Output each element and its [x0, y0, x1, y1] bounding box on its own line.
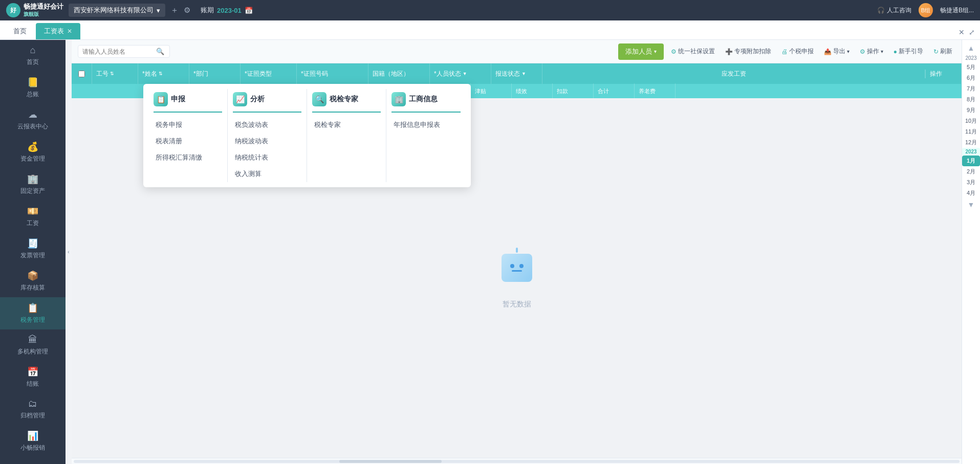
th-name: *姓名 ⇅: [138, 63, 189, 84]
th-status: *人员状态 ▼: [430, 63, 491, 84]
th-checkbox[interactable]: [72, 63, 92, 84]
th-dept: *部门: [189, 63, 241, 84]
social-settings-btn[interactable]: ⚙ 统一社保设置: [668, 45, 718, 58]
timeline-month-1[interactable]: 1月: [962, 156, 980, 166]
ledger-icon: 📒: [27, 77, 38, 88]
search-input[interactable]: [82, 48, 154, 55]
main-layout: ⌂ 首页 📒 总账 ☁ 云报表中心 💰 资金管理 🏢 固定资产 💴 工资 🧾 发…: [0, 40, 980, 464]
sidebar-item-archive[interactable]: 🗂 归档管理: [0, 393, 66, 425]
scroll-track[interactable]: [74, 460, 960, 463]
add-btn-label: 添加人员: [625, 47, 652, 56]
social-label: 统一社保设置: [678, 47, 715, 56]
headset-icon: 🎧: [877, 7, 885, 14]
th-allowance: 津贴: [471, 83, 512, 99]
filter-status-icon[interactable]: ▼: [463, 71, 467, 76]
special-icon: ➕: [725, 48, 733, 55]
operate-btn[interactable]: ⚙ 操作 ▾: [857, 45, 886, 58]
special-deduct-btn[interactable]: ➕ 专项附加扣除: [722, 45, 774, 58]
tab-home[interactable]: 首页: [5, 23, 35, 39]
sidebar-item-multi[interactable]: 🏛 多机构管理: [0, 329, 66, 361]
export-label: 导出: [833, 47, 845, 56]
tax-decl-btn[interactable]: 🖨 个税申报: [778, 45, 817, 58]
dropdown-item-tax-stats[interactable]: 纳税统计表: [233, 149, 301, 166]
payroll-group-header: 应发工资: [542, 70, 925, 78]
window-restore-icon[interactable]: ⤢: [969, 28, 975, 36]
user-avatar[interactable]: B组: [919, 3, 933, 17]
sidebar-item-ledger[interactable]: 📒 总账: [0, 72, 66, 104]
window-close-icon[interactable]: ✕: [959, 28, 965, 36]
company-selector[interactable]: 西安虾米网络科技有限公司 ▾: [69, 4, 165, 17]
dropdown-item-income-calc[interactable]: 收入测算: [233, 166, 301, 182]
sidebar-item-fund[interactable]: 💰 资金管理: [0, 136, 66, 168]
dropdown-header-declare: 📋 申报: [154, 89, 222, 113]
th-performance: 绩效: [512, 83, 553, 99]
timeline-month-10[interactable]: 10月: [962, 116, 980, 126]
dropdown-item-annual-report[interactable]: 年报信息申报表: [391, 117, 461, 133]
right-timeline: ▲ 2023 5月 6月 7月 8月 9月 10月 11月 12月 2023 1…: [962, 40, 980, 464]
timeline-month-12[interactable]: 12月: [962, 137, 980, 148]
sidebar-item-close[interactable]: 📅 结账: [0, 361, 66, 393]
dropdown-item-tax-declare[interactable]: 税务申报: [154, 117, 222, 133]
sidebar-collapse[interactable]: ‹: [66, 40, 72, 464]
sidebar-label-ledger: 总账: [27, 90, 39, 99]
filter-send-icon[interactable]: ▼: [521, 71, 526, 76]
dropdown-item-tax-burden[interactable]: 税负波动表: [233, 117, 301, 133]
robot-eye-left: [510, 264, 514, 268]
sidebar-item-home[interactable]: ⌂ 首页: [0, 40, 66, 72]
settings-icon[interactable]: ⚙: [184, 6, 190, 15]
guide-btn[interactable]: ● 新手引导: [890, 45, 926, 58]
tab-bar: 首页 工资表 ✕ ✕ ⤢: [0, 20, 980, 40]
refresh-btn[interactable]: ↻ 刷新: [930, 45, 955, 58]
add-person-button[interactable]: 添加人员 ▾: [618, 43, 664, 60]
logo-area: 好 畅捷通好会计 旗舰版: [6, 3, 63, 18]
calendar-icon[interactable]: 📅: [245, 7, 253, 14]
home-icon: ⌂: [30, 45, 36, 56]
timeline-month-6[interactable]: 6月: [962, 73, 980, 83]
timeline-month-2[interactable]: 2月: [962, 166, 980, 177]
timeline-up-btn[interactable]: ▲: [966, 42, 977, 54]
dropdown-item-expert[interactable]: 税检专家: [312, 117, 381, 133]
tax-decl-label: 个税申报: [789, 47, 814, 56]
add-company-icon[interactable]: ＋: [170, 5, 179, 16]
timeline-month-9[interactable]: 9月: [962, 105, 980, 116]
sidebar-item-invoice[interactable]: 🧾 发票管理: [0, 233, 66, 265]
sidebar-item-settings[interactable]: ⚙ 基础设置: [0, 457, 66, 464]
multi-icon: 🏛: [28, 335, 37, 345]
timeline-month-8[interactable]: 8月: [962, 94, 980, 105]
period-info: 账期 2023-01 📅: [201, 6, 253, 15]
horizontal-scrollbar[interactable]: [72, 458, 962, 464]
timeline-down-btn[interactable]: ▼: [966, 198, 977, 211]
dropdown-menu: 📋 申报 税务申报 税表清册 所得税汇算清缴: [143, 84, 471, 187]
sidebar-item-asset[interactable]: 🏢 固定资产: [0, 168, 66, 201]
sidebar-item-salary[interactable]: 💴 工资: [0, 201, 66, 233]
sidebar-item-cloud[interactable]: ☁ 云报表中心: [0, 104, 66, 136]
sidebar-label-asset: 固定资产: [20, 187, 45, 195]
operate-icon: ⚙: [860, 48, 865, 55]
sidebar-item-tax[interactable]: 📋 税务管理: [0, 297, 66, 329]
export-btn[interactable]: 📤 导出 ▾: [821, 45, 853, 58]
dropdown-header-analyze: 📈 分析: [233, 89, 301, 113]
sidebar-item-report[interactable]: 📊 小畅报销: [0, 425, 66, 457]
dropdown-item-annual-tax[interactable]: 所得税汇算清缴: [154, 149, 222, 166]
scroll-thumb[interactable]: [339, 460, 442, 463]
timeline-month-4[interactable]: 4月: [962, 188, 980, 198]
timeline-month-3[interactable]: 3月: [962, 177, 980, 188]
dropdown-col-expert: 🔍 税检专家 税检专家: [307, 89, 386, 182]
dropdown-item-tax-movement[interactable]: 纳税波动表: [233, 133, 301, 149]
tab-close-salary[interactable]: ✕: [67, 28, 72, 35]
tax-icon: 📋: [27, 302, 38, 314]
timeline-month-11[interactable]: 11月: [962, 126, 980, 137]
sidebar-label-archive: 归档管理: [20, 411, 45, 420]
th-deduction: 扣款: [553, 83, 594, 99]
expert-header-icon: 🔍: [312, 92, 326, 106]
biz-header-icon: 🏢: [391, 92, 406, 106]
search-box[interactable]: 🔍: [78, 45, 170, 58]
timeline-month-5[interactable]: 5月: [962, 62, 980, 73]
app-title: 畅捷通好会计: [24, 3, 63, 11]
tab-salary[interactable]: 工资表 ✕: [36, 23, 80, 39]
timeline-month-7[interactable]: 7月: [962, 83, 980, 94]
dropdown-item-tax-table[interactable]: 税表清册: [154, 133, 222, 149]
sidebar-item-inventory[interactable]: 📦 库存核算: [0, 265, 66, 297]
select-all-checkbox[interactable]: [78, 71, 85, 77]
support-btn[interactable]: 🎧 人工咨询: [877, 6, 911, 15]
